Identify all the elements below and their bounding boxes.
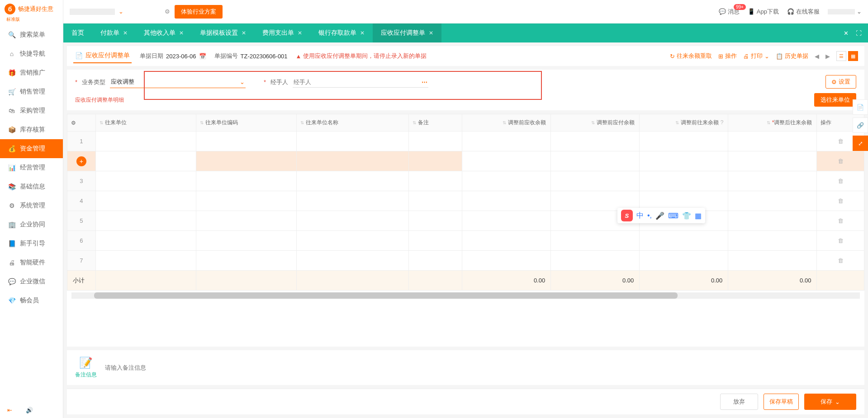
delete-icon[interactable]: 🗑 [838, 257, 844, 264]
act-label: 历史单据 [785, 52, 808, 60]
close-icon[interactable]: ✕ [298, 30, 302, 36]
settings-button[interactable]: ⚙设置 [825, 75, 856, 89]
sound-icon[interactable]: 🔊 [26, 407, 33, 413]
col-ap[interactable]: ⇅调整前应付余额 [551, 114, 640, 132]
more-icon[interactable]: ⋯ [422, 79, 427, 85]
next-icon[interactable]: ▶ [825, 53, 830, 60]
dock-note-icon[interactable]: 📄 [853, 99, 868, 115]
tabs: 首页 付款单✕ 其他收入单✕ 单据模板设置✕ 费用支出单✕ 银行存取款单✕ 应收… [63, 23, 868, 42]
collapse-icon[interactable]: ⇤ [7, 407, 12, 413]
support-button[interactable]: 🎧在线客服 [787, 8, 820, 16]
ime-mic-icon[interactable]: 🎤 [655, 211, 664, 220]
close-icon[interactable]: ✕ [429, 30, 433, 36]
tab-template[interactable]: 单据模板设置✕ [192, 23, 254, 42]
table-row[interactable]: 1🗑 [67, 132, 864, 151]
view-list-button[interactable]: ☰ [836, 51, 846, 61]
tab-payment[interactable]: 付款单✕ [92, 23, 136, 42]
prev-icon[interactable]: ◀ [815, 53, 819, 60]
pick-unit-button[interactable]: 选往来单位 [814, 93, 856, 107]
operations-button[interactable]: ⊞操作 [718, 52, 737, 60]
scroll-thumb[interactable] [94, 292, 678, 299]
history-button[interactable]: 📋历史单据 [776, 52, 808, 60]
nav-ops[interactable]: 📊经营管理 [0, 158, 63, 177]
print-button[interactable]: 🖨打印⌄ [743, 52, 769, 60]
table-row[interactable]: 5🗑 [67, 211, 864, 231]
messages-button[interactable]: 💬 消息 99+ [719, 8, 740, 16]
view-card-button[interactable]: ▦ [848, 51, 858, 61]
remark-input[interactable] [105, 364, 856, 371]
h-scrollbar[interactable] [71, 292, 860, 299]
table-row[interactable]: 7🗑 [67, 251, 864, 271]
discard-button[interactable]: 放弃 [720, 394, 758, 410]
reset-balance-button[interactable]: ↻往来余额重取 [670, 52, 712, 60]
table-row[interactable]: 3🗑 [67, 171, 864, 191]
box-icon: 📦 [8, 126, 15, 133]
delete-icon[interactable]: 🗑 [838, 217, 844, 224]
nav-hardware[interactable]: 🖨智能硬件 [0, 253, 63, 272]
save-draft-button[interactable]: 保存草稿 [764, 394, 799, 410]
ime-grid-icon[interactable]: ▦ [695, 211, 702, 220]
ime-skin-icon[interactable]: 👕 [682, 211, 691, 220]
nav-inventory[interactable]: 📦库存核算 [0, 120, 63, 139]
col-unit[interactable]: ⇅往来单位 [95, 114, 196, 132]
col-remark[interactable]: ⇅备注 [409, 114, 462, 132]
date-value[interactable]: 2023-06-06 [166, 53, 196, 60]
company-selector[interactable]: ⌄ [70, 8, 160, 15]
help-icon[interactable]: ? [721, 119, 724, 126]
col-settings[interactable]: ⚙ [67, 114, 96, 132]
ime-lang[interactable]: 中 [636, 211, 644, 221]
dock-link-icon[interactable]: 🔗 [853, 117, 868, 133]
nav-home[interactable]: ⌂快捷导航 [0, 44, 63, 63]
col-ar[interactable]: ⇅调整前应收余额 [462, 114, 551, 132]
close-icon[interactable]: ✕ [179, 30, 184, 36]
handler-input[interactable] [294, 79, 422, 85]
delete-icon[interactable]: 🗑 [838, 197, 844, 204]
add-row-button[interactable]: + [76, 156, 86, 166]
tab-expense[interactable]: 费用支出单✕ [254, 23, 310, 42]
ime-punct-icon[interactable]: •, [647, 211, 652, 220]
nav-guide[interactable]: 📘新手引导 [0, 234, 63, 253]
user-menu[interactable]: ⌄ [828, 8, 862, 15]
gear-icon[interactable]: ⚙ [165, 8, 170, 15]
delete-icon[interactable]: 🗑 [838, 237, 844, 244]
col-code[interactable]: ⇅往来单位编码 [196, 114, 296, 132]
nav-purchase[interactable]: 🛍采购管理 [0, 101, 63, 120]
col-after[interactable]: ⇅*调整后往来余额 [728, 114, 817, 132]
save-button[interactable]: 保存⌄ [804, 394, 856, 410]
nav-marketing[interactable]: 🎁营销推广 [0, 63, 63, 82]
col-bal[interactable]: ⇅调整前往来余额 ? [640, 114, 728, 132]
tabs-expand-icon[interactable]: ⛶ [854, 28, 863, 38]
close-icon[interactable]: ✕ [123, 30, 128, 36]
tab-adjust[interactable]: 应收应付调整单✕ [373, 23, 441, 42]
nav-enterprise[interactable]: 🏢企业协同 [0, 215, 63, 234]
tab-bank[interactable]: 银行存取款单✕ [310, 23, 373, 42]
tab-other-income[interactable]: 其他收入单✕ [136, 23, 192, 42]
tabs-close-all-icon[interactable]: ✕ [842, 28, 850, 38]
right-dock: 📄 🔗 ⤢ [853, 99, 868, 151]
biz-type-select[interactable]: 应收调整 ⌄ [110, 76, 246, 88]
nav-search[interactable]: 🔍搜索菜单 [0, 25, 63, 44]
trial-button[interactable]: 体验行业方案 [175, 5, 223, 19]
ime-toolbar[interactable]: S 中 •, 🎤 ⌨ 👕 ▦ [617, 208, 705, 223]
nav-system[interactable]: ⚙系统管理 [0, 196, 63, 215]
brand-edition: 标准版 [0, 16, 63, 23]
calendar-icon[interactable]: 📅 [199, 53, 206, 60]
nav-base[interactable]: 📚基础信息 [0, 177, 63, 196]
table-row[interactable]: 6🗑 [67, 231, 864, 251]
nav-vip[interactable]: 💎畅会员 [0, 291, 63, 310]
delete-icon[interactable]: 🗑 [838, 138, 844, 145]
nav-wechat[interactable]: 💬企业微信 [0, 272, 63, 291]
table-row-active[interactable]: +🗑 [67, 151, 864, 171]
delete-icon[interactable]: 🗑 [838, 158, 844, 164]
table-row[interactable]: 4🗑 [67, 191, 864, 211]
tab-home[interactable]: 首页 [63, 23, 92, 42]
ime-keyboard-icon[interactable]: ⌨ [668, 211, 678, 220]
nav-funds[interactable]: 💰资金管理 [0, 139, 63, 158]
dock-expand-icon[interactable]: ⤢ [853, 136, 868, 151]
nav-sales[interactable]: 🛒销售管理 [0, 82, 63, 101]
close-icon[interactable]: ✕ [360, 30, 365, 36]
col-name[interactable]: ⇅往来单位名称 [297, 114, 409, 132]
delete-icon[interactable]: 🗑 [838, 178, 844, 184]
close-icon[interactable]: ✕ [242, 30, 246, 36]
app-download-button[interactable]: 📱App下载 [748, 8, 779, 16]
